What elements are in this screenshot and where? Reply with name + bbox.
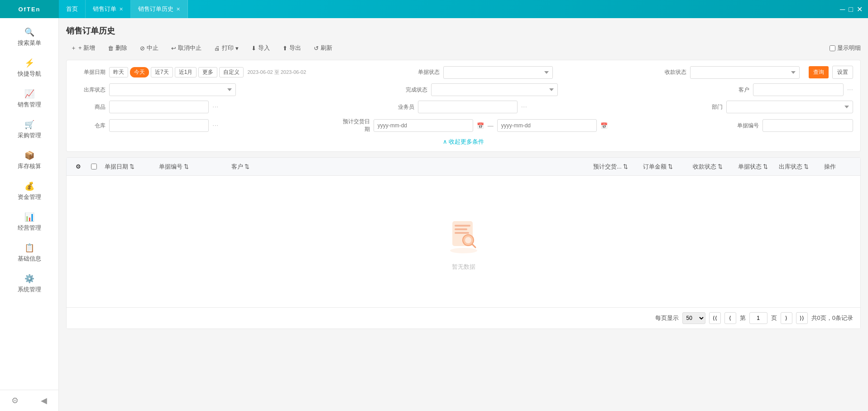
basic-info-icon: 📋	[24, 243, 34, 253]
order-no-input[interactable]	[762, 119, 853, 132]
settings-button[interactable]: 设置	[832, 66, 853, 79]
customer-input[interactable]	[753, 83, 844, 96]
page-size-label: 每页显示	[655, 314, 679, 322]
tab-sales-order-history[interactable]: 销售订单历史 ✕	[131, 0, 188, 18]
date-more-btn[interactable]: 更多	[198, 67, 217, 77]
page-size-select[interactable]: 50 100 200	[682, 312, 705, 324]
order-status-select[interactable]	[443, 66, 553, 79]
tab-sales-order[interactable]: 销售订单 ✕	[86, 0, 131, 18]
tab-sales-order-close[interactable]: ✕	[119, 6, 123, 12]
delivery-date-end-input[interactable]	[497, 119, 597, 132]
svg-rect-4	[455, 232, 469, 234]
delivery-date-start-input[interactable]	[374, 119, 473, 132]
complete-status-select[interactable]	[431, 83, 558, 96]
quick-nav-icon: ⚡	[24, 58, 34, 68]
toolbar: ＋ + 新增 🗑 删除 ⊘ 中止 ↩ 取消中止 🖨 打印 ▾ ⬇	[66, 42, 861, 54]
department-select[interactable]	[726, 101, 853, 113]
cancel-stop-button[interactable]: ↩ 取消中止	[167, 42, 206, 54]
svg-point-6	[465, 237, 471, 243]
sidebar-item-basic-info[interactable]: 📋 基础信息	[0, 237, 58, 268]
complete-status-label: 完成状态	[396, 86, 427, 94]
salesperson-dots[interactable]: ···	[521, 103, 527, 111]
sidebar-item-inventory[interactable]: 📦 库存核算	[0, 145, 58, 176]
search-icon: 🔍	[24, 27, 34, 37]
date-30days-btn[interactable]: 近1月	[175, 67, 197, 77]
import-button[interactable]: ⬇ 导入	[247, 42, 274, 54]
customer-label: 客户	[718, 86, 749, 94]
order-no-label: 单据编号	[727, 122, 759, 130]
salesperson-input[interactable]	[418, 101, 518, 113]
warehouse-input[interactable]	[109, 119, 209, 132]
refresh-icon: ↺	[314, 45, 319, 52]
table-select-all-checkbox[interactable]	[86, 164, 101, 169]
page-prev-btn[interactable]: ⟨	[724, 312, 736, 324]
sidebar-item-system[interactable]: ⚙️ 系统管理	[0, 268, 58, 299]
salesperson-label: 业务员	[383, 103, 414, 111]
svg-rect-2	[455, 225, 470, 227]
date-today-btn[interactable]: 今天	[130, 67, 149, 77]
sidebar-item-finance[interactable]: 💰 资金管理	[0, 176, 58, 207]
warehouse-label: 仓库	[74, 122, 106, 130]
export-button[interactable]: ⬆ 导出	[278, 42, 306, 54]
calendar-end-icon[interactable]: 📅	[600, 122, 608, 129]
sidebar-collapse-icon[interactable]: ◀	[41, 396, 47, 406]
date-custom-btn[interactable]: 自定义	[219, 67, 244, 77]
page-first-btn[interactable]: ⟨⟨	[709, 312, 721, 324]
window-close-icon[interactable]: ✕	[857, 5, 863, 14]
receipt-status-select[interactable]	[690, 66, 800, 79]
out-status-label: 出库状态	[74, 86, 106, 94]
page-num-prefix: 第	[740, 314, 746, 322]
th-delivery[interactable]: 预计交货... ⇅	[590, 163, 639, 171]
sidebar-item-sales[interactable]: 📈 销售管理	[0, 83, 58, 114]
product-dots[interactable]: ···	[212, 103, 218, 111]
display-detail-checkbox[interactable]	[830, 45, 835, 51]
tab-sales-order-history-close[interactable]: ✕	[176, 6, 180, 12]
out-status-select[interactable]	[109, 83, 236, 96]
th-amount[interactable]: 订单金额 ⇅	[639, 163, 689, 171]
product-input[interactable]	[109, 101, 209, 113]
collapse-up-icon: ∧	[443, 138, 447, 145]
th-customer-sort-icon: ⇅	[245, 163, 249, 170]
th-status-sort-icon: ⇅	[763, 163, 768, 170]
page-number-input[interactable]	[749, 312, 767, 324]
calendar-start-icon[interactable]: 📅	[477, 122, 484, 129]
finance-icon: 💰	[24, 181, 34, 191]
display-detail-toggle[interactable]: 显示明细	[830, 44, 861, 52]
date-separator: —	[488, 122, 494, 129]
print-button[interactable]: 🖨 打印 ▾	[210, 42, 243, 54]
date-quick-btns: 昨天 今天 近7天 近1月 更多 自定义	[109, 67, 244, 77]
system-icon: ⚙️	[24, 274, 34, 284]
th-delivery-sort-icon: ⇅	[623, 163, 628, 170]
query-button[interactable]: 查询	[809, 66, 829, 78]
table-settings-icon[interactable]: ⚙	[70, 163, 86, 170]
pagination: 每页显示 50 100 200 ⟨⟨ ⟨ 第 页 ⟩ ⟩⟩ 共0页，0条记录	[67, 307, 860, 329]
sidebar-item-search[interactable]: 🔍 搜索菜单	[0, 22, 58, 53]
th-order-no[interactable]: 单据编号 ⇅	[155, 163, 228, 171]
date-yesterday-btn[interactable]: 昨天	[109, 67, 128, 77]
th-customer[interactable]: 客户 ⇅	[228, 163, 590, 171]
customer-dots[interactable]: ···	[847, 86, 853, 94]
product-label: 商品	[74, 103, 106, 111]
th-order-status[interactable]: 单据状态 ⇅	[734, 163, 775, 171]
th-date[interactable]: 单据日期 ⇅	[101, 163, 155, 171]
tab-home[interactable]: 首页	[59, 0, 86, 18]
sidebar-item-quicknav[interactable]: ⚡ 快捷导航	[0, 53, 58, 83]
delete-button[interactable]: 🗑 删除	[103, 42, 132, 54]
th-out-status[interactable]: 出库状态 ⇅	[775, 163, 820, 171]
collapse-row[interactable]: ∧ 收起更多条件	[74, 138, 853, 146]
sidebar-settings-icon[interactable]: ⚙	[11, 396, 19, 406]
refresh-button[interactable]: ↺ 刷新	[309, 42, 337, 54]
window-minimize-icon[interactable]: ─	[840, 5, 845, 13]
sidebar-item-purchase[interactable]: 🛒 采购管理	[0, 114, 58, 145]
warehouse-dots[interactable]: ···	[212, 121, 218, 130]
new-button[interactable]: ＋ + 新增	[66, 42, 100, 54]
page-next-btn[interactable]: ⟩	[781, 312, 792, 324]
sidebar-item-business[interactable]: 📊 经营管理	[0, 207, 58, 237]
th-receipt-status[interactable]: 收款状态 ⇅	[689, 163, 734, 171]
page-last-btn[interactable]: ⟩⟩	[796, 312, 808, 324]
delete-icon: 🗑	[108, 45, 114, 52]
window-maximize-icon[interactable]: □	[849, 5, 853, 13]
date-7days-btn[interactable]: 近7天	[151, 67, 173, 77]
stop-button[interactable]: ⊘ 中止	[135, 42, 163, 54]
empty-text: 暂无数据	[452, 263, 475, 271]
